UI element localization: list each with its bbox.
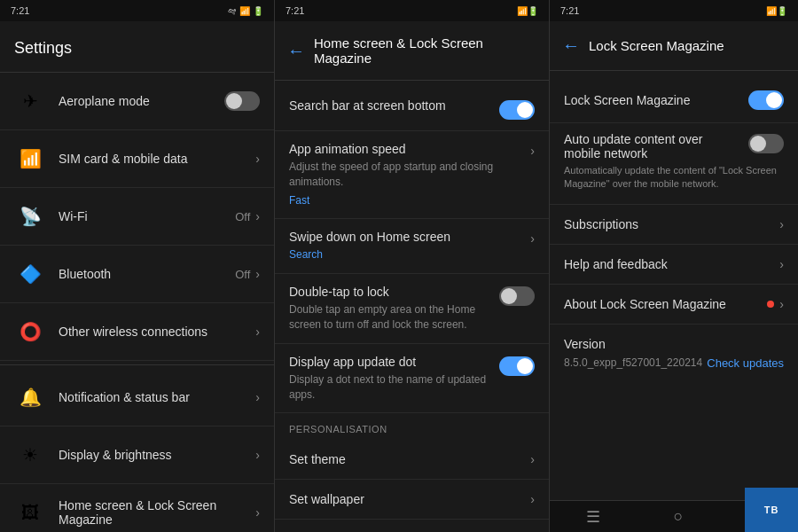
searchbar-label: Search bar at screen bottom xyxy=(289,98,490,113)
left-status-bar: 7:21 🛩 📶 🔋 xyxy=(0,0,274,21)
homescreen-label: Home screen & Lock Screen Magazine xyxy=(59,498,255,527)
mid-item-theme[interactable]: Set theme › xyxy=(275,440,549,480)
right-status-icons: 📶🔋 xyxy=(766,6,787,16)
middle-header: ← Home screen & Lock Screen Magazine xyxy=(275,21,549,81)
about-chevron: › xyxy=(779,297,784,311)
right-item-about[interactable]: About Lock Screen Magazine › xyxy=(550,285,798,325)
aeroplane-icon: ✈ xyxy=(14,85,46,117)
homescreen-right: › xyxy=(255,505,260,520)
right-panel: 7:21 📶🔋 ← Lock Screen Magazine Lock Scre… xyxy=(550,0,798,532)
aeroplane-toggle[interactable] xyxy=(224,91,260,111)
searchbar-toggle-switch[interactable] xyxy=(499,100,535,120)
appspeed-subsub: Fast xyxy=(289,193,521,208)
check-updates-button[interactable]: Check updates xyxy=(707,356,784,370)
sim-label: SIM card & mobile data xyxy=(59,152,255,166)
middle-content: Search bar at screen bottom App animatio… xyxy=(275,81,549,532)
right-header-title: Lock Screen Magazine xyxy=(589,38,724,53)
aeroplane-toggle-switch[interactable] xyxy=(224,91,260,111)
homescreen-icon: 🖼 xyxy=(14,497,46,528)
settings-item-wifi[interactable]: 📡 Wi-Fi Off › xyxy=(0,188,274,246)
bluetooth-status: Off xyxy=(235,268,250,281)
middle-status-icons: 📶🔋 xyxy=(517,6,538,16)
autoupdate-desc: Automatically update the content of "Loc… xyxy=(564,164,784,192)
version-label: Version xyxy=(564,337,784,351)
right-back-button[interactable]: ← xyxy=(562,35,580,56)
mid-item-iconstyle[interactable]: Set icon style › xyxy=(275,520,549,532)
mid-item-swipedown[interactable]: Swipe down on Home screen Search › xyxy=(275,219,549,274)
settings-title: Settings xyxy=(0,21,274,73)
wireless-right: › xyxy=(255,325,260,339)
appupdate-toggle-switch[interactable] xyxy=(499,356,535,376)
settings-list: ✈ Aeroplane mode 📶 SIM card & mobile dat… xyxy=(0,73,274,532)
settings-item-notification[interactable]: 🔔 Notification & status bar › xyxy=(0,369,274,426)
middle-time: 7:21 xyxy=(286,5,304,16)
settings-item-aeroplane[interactable]: ✈ Aeroplane mode xyxy=(0,73,274,130)
subscriptions-chevron: › xyxy=(779,217,784,231)
middle-back-button[interactable]: ← xyxy=(287,41,305,61)
settings-item-bluetooth[interactable]: 🔷 Bluetooth Off › xyxy=(0,246,274,303)
doubletap-label: Double-tap to lock xyxy=(289,285,490,299)
help-chevron: › xyxy=(779,257,784,271)
wallpaper-chevron: › xyxy=(530,492,535,506)
nav-home-icon[interactable]: ○ xyxy=(674,507,684,526)
homescreen-chevron: › xyxy=(255,505,260,520)
mid-item-appupdate[interactable]: Display app update dot Display a dot nex… xyxy=(275,344,549,414)
nav-menu-icon[interactable]: ☰ xyxy=(586,507,600,527)
appspeed-label: App animation speed xyxy=(289,142,521,156)
doubletap-toggle[interactable] xyxy=(499,286,535,306)
swipedown-highlight: Search xyxy=(289,247,521,262)
divider-1 xyxy=(0,364,274,365)
right-item-subscriptions[interactable]: Subscriptions › xyxy=(550,205,798,245)
wifi-label: Wi-Fi xyxy=(59,209,235,223)
right-content: Lock Screen Magazine Auto update content… xyxy=(550,71,798,500)
left-time: 7:21 xyxy=(11,5,29,16)
bluetooth-icon: 🔷 xyxy=(14,258,46,290)
notification-icon: 🔔 xyxy=(14,381,46,413)
appupdate-label: Display app update dot xyxy=(289,355,490,369)
settings-item-display[interactable]: ☀ Display & brightness › xyxy=(0,426,274,484)
notification-chevron: › xyxy=(255,390,260,404)
mid-item-wallpaper[interactable]: Set wallpaper › xyxy=(275,480,549,520)
swipedown-chevron: › xyxy=(530,231,535,246)
mid-item-doubletap[interactable]: Double-tap to lock Double tap an empty a… xyxy=(275,274,549,344)
appspeed-chevron: › xyxy=(530,144,535,158)
appupdate-toggle[interactable] xyxy=(499,356,535,376)
wireless-label: Other wireless connections xyxy=(59,325,255,339)
doubletap-toggle-switch[interactable] xyxy=(499,286,535,306)
right-item-lockscreen[interactable]: Lock Screen Magazine xyxy=(550,78,798,123)
help-label: Help and feedback xyxy=(564,257,668,271)
section-personalisation: PERSONALISATION xyxy=(275,413,549,440)
mid-item-searchbar[interactable]: Search bar at screen bottom xyxy=(275,88,549,131)
appspeed-sub: Adjust the speed of app startup and clos… xyxy=(289,160,521,190)
mid-item-appspeed[interactable]: App animation speed Adjust the speed of … xyxy=(275,131,549,219)
right-item-version: Version 8.5.0_expp_f527001_220214 Check … xyxy=(550,325,798,382)
settings-item-wireless[interactable]: ⭕ Other wireless connections › xyxy=(0,303,274,361)
left-panel: 7:21 🛩 📶 🔋 Settings ✈ Aeroplane mode 📶 S… xyxy=(0,0,275,532)
display-label: Display & brightness xyxy=(59,448,255,462)
watermark: TB xyxy=(745,488,798,532)
wallpaper-label: Set wallpaper xyxy=(289,492,364,506)
doubletap-sub: Double tap an empty area on the Home scr… xyxy=(289,302,490,332)
middle-header-title: Home screen & Lock Screen Magazine xyxy=(314,35,536,66)
bluetooth-right: Off › xyxy=(235,267,260,281)
right-header: ← Lock Screen Magazine xyxy=(550,21,798,71)
wifi-chevron: › xyxy=(255,209,260,223)
settings-item-sim[interactable]: 📶 SIM card & mobile data › xyxy=(0,130,274,188)
middle-status-bar: 7:21 📶🔋 xyxy=(275,0,549,21)
right-status-bar: 7:21 📶🔋 xyxy=(550,0,798,21)
right-item-help[interactable]: Help and feedback › xyxy=(550,245,798,285)
aeroplane-label: Aeroplane mode xyxy=(59,94,224,108)
sim-right: › xyxy=(255,152,260,166)
notification-right: › xyxy=(255,390,260,404)
searchbar-toggle[interactable] xyxy=(499,100,535,120)
right-item-autoupdate[interactable]: Auto update content over mobile network … xyxy=(550,123,798,205)
wifi-status: Off xyxy=(235,210,250,223)
wifi-right: Off › xyxy=(235,209,260,223)
settings-item-homescreen[interactable]: 🖼 Home screen & Lock Screen Magazine › xyxy=(0,484,274,532)
sim-chevron: › xyxy=(255,152,260,166)
lockscreen-mag-toggle[interactable] xyxy=(748,90,784,110)
bluetooth-label: Bluetooth xyxy=(59,267,235,281)
autoupdate-toggle[interactable] xyxy=(748,134,784,153)
display-chevron: › xyxy=(255,448,260,462)
wireless-icon: ⭕ xyxy=(14,316,46,348)
